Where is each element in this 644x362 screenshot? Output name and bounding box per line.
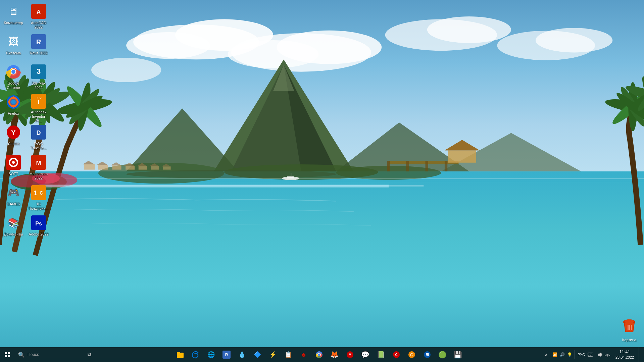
taskbar-icon-6[interactable]: 🔷: [250, 347, 265, 362]
svg-rect-121: [629, 325, 630, 330]
tray-separator: [575, 350, 575, 359]
water-background: [0, 163, 644, 362]
taskbar: 🔍 Поиск ⧉ 🌐: [0, 347, 644, 362]
svg-point-110: [12, 161, 15, 164]
file-explorer-button[interactable]: [173, 347, 188, 362]
taskbar-icon-3[interactable]: 🌐: [204, 347, 218, 362]
desktop-icon-soft[interactable]: SOFT: [2, 153, 25, 183]
desktop-icon-adobe[interactable]: Ps Adobe 2022: [27, 213, 50, 243]
svg-text:R: R: [225, 353, 228, 357]
svg-rect-144: [590, 355, 591, 356]
svg-rect-120: [628, 325, 629, 330]
svg-point-94: [11, 70, 15, 74]
taskbar-icon-5[interactable]: 💧: [235, 347, 249, 362]
svg-point-147: [607, 357, 608, 358]
svg-text:C: C: [40, 190, 43, 196]
yandex-taskbar-button[interactable]: Y: [343, 347, 357, 362]
svg-rect-123: [177, 353, 184, 358]
speaker-icon[interactable]: [597, 351, 603, 358]
search-button[interactable]: 🔍 Поиск: [15, 347, 82, 362]
taskbar-icon-8[interactable]: 📋: [281, 347, 296, 362]
chrome-taskbar-button[interactable]: [312, 347, 327, 362]
desktop-icon-computer[interactable]: 🖥 Компьютер: [2, 2, 25, 32]
windows-logo-icon: [5, 352, 10, 357]
desktop-icon-revit[interactable]: R Revit 2022: [27, 32, 50, 62]
edge-button[interactable]: [188, 347, 203, 362]
svg-rect-140: [588, 354, 589, 354]
desktop-icon-games[interactable]: 🎮 GAMES: [2, 183, 25, 213]
desktop-icon-mastercam[interactable]: M Mastercam 2022: [27, 153, 50, 183]
taskbar-revit-button[interactable]: R: [219, 347, 234, 362]
svg-text:Y: Y: [349, 353, 351, 357]
svg-rect-139: [588, 353, 593, 356]
taskbar-icon-19[interactable]: 💾: [451, 347, 465, 362]
svg-rect-141: [590, 354, 591, 354]
svg-text:⬡: ⬡: [410, 353, 413, 357]
keyboard-layout-icon[interactable]: [587, 351, 594, 358]
network-icon[interactable]: [604, 351, 611, 358]
tray-icon-1[interactable]: 📶: [552, 351, 558, 358]
taskbar-apps: 🌐 R 💧 🔷 ⚡ 📋 ♣: [97, 347, 542, 362]
system-tray: ∧ 📶 🔊 💡 РУС: [542, 347, 644, 362]
svg-point-130: [318, 354, 320, 356]
svg-text:1: 1: [33, 189, 37, 197]
search-label: Поиск: [28, 352, 39, 357]
taskbar-icon-15[interactable]: C: [389, 347, 404, 362]
show-desktop-button[interactable]: [639, 347, 641, 362]
clock-time: 11:41: [619, 349, 630, 355]
svg-rect-124: [177, 352, 180, 353]
svg-text:M: M: [36, 160, 41, 166]
desktop-icon-1c[interactable]: 1 C 1С Предприн...: [27, 183, 50, 213]
start-button[interactable]: [0, 347, 15, 362]
svg-text:C: C: [395, 353, 397, 357]
language-indicator[interactable]: РУС: [576, 351, 586, 358]
tray-separator-2: [595, 350, 595, 359]
desktop-icon-yandex[interactable]: Y Yandex: [2, 122, 25, 153]
clock-display[interactable]: 11:41 23.04.2022: [611, 347, 638, 362]
desktop-icon-inventor[interactable]: I PRO Autodesk Inventor Pr...: [27, 92, 50, 122]
tray-icon-2[interactable]: 🔊: [559, 351, 566, 358]
desktop-icon-firefox[interactable]: Firefox: [2, 92, 25, 122]
svg-text:PRO: PRO: [36, 96, 41, 99]
taskbar-icon-14[interactable]: 📗: [374, 347, 388, 362]
taskbar-icon-16[interactable]: ⬡: [404, 347, 419, 362]
svg-text:A: A: [37, 9, 41, 15]
desktop-icon-docs[interactable]: 📚 Документы: [2, 213, 25, 243]
taskbar-icon-17[interactable]: ⊞: [420, 347, 435, 362]
desktop: 🖥 Компьютер A AutoCAD 2022 🖼 Система R: [0, 0, 644, 362]
svg-text:R: R: [36, 38, 41, 46]
desktop-icon-dwg[interactable]: D DWG TrueVie...: [27, 122, 50, 153]
desktop-icon-grid: 🖥 Компьютер A AutoCAD 2022 🖼 Система R: [2, 2, 52, 243]
firefox-taskbar-button[interactable]: 🦊: [327, 347, 342, 362]
svg-marker-146: [598, 353, 601, 357]
svg-point-99: [11, 100, 16, 104]
expand-tray-button[interactable]: ∧: [542, 347, 551, 362]
svg-text:3: 3: [37, 67, 41, 75]
taskbar-icon-7[interactable]: ⚡: [265, 347, 280, 362]
desktop-icon-autocad[interactable]: A AutoCAD 2022: [27, 2, 50, 32]
desktop-icon-3dsmax[interactable]: 3 3ds Max 2022: [27, 62, 50, 92]
whatsapp-taskbar-button[interactable]: 💬: [358, 347, 373, 362]
svg-text:Y: Y: [11, 129, 16, 136]
desktop-icon-recycle-bin[interactable]: Корзина: [620, 316, 639, 344]
svg-rect-122: [631, 325, 632, 330]
svg-rect-125: [177, 354, 183, 354]
clock-date: 23.04.2022: [615, 355, 634, 360]
svg-text:Ps: Ps: [35, 221, 42, 226]
svg-rect-145: [592, 355, 592, 356]
svg-text:I: I: [38, 99, 39, 105]
desktop-icon-chrome[interactable]: Google Chrome: [2, 62, 25, 92]
svg-text:⊞: ⊞: [426, 352, 429, 357]
task-view-button[interactable]: ⧉: [82, 347, 97, 362]
desktop-icon-system[interactable]: 🖼 Система: [2, 32, 25, 62]
search-icon: 🔍: [18, 352, 25, 358]
taskbar-icon-18[interactable]: 🟢: [435, 347, 450, 362]
svg-text:D: D: [37, 130, 41, 136]
tray-icon-3[interactable]: 💡: [566, 351, 573, 358]
taskbar-icon-9[interactable]: ♣: [296, 347, 311, 362]
svg-rect-143: [588, 355, 589, 356]
svg-rect-142: [591, 354, 592, 354]
